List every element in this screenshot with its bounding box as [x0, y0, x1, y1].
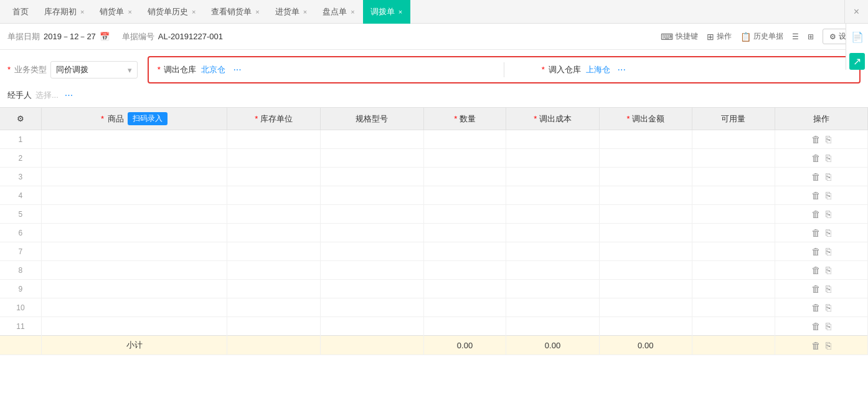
- copy-row-button[interactable]: ⎘: [826, 134, 831, 145]
- goods-cell[interactable]: [41, 168, 227, 186]
- delete-row-button[interactable]: 🗑: [811, 190, 821, 201]
- goods-cell[interactable]: [41, 261, 227, 280]
- tab-view-sales-close[interactable]: ×: [255, 8, 259, 16]
- copy-row-button[interactable]: ⎘: [826, 190, 831, 201]
- subtotal-delete-button[interactable]: 🗑: [811, 340, 821, 351]
- amount-cell[interactable]: [599, 149, 692, 168]
- amount-cell[interactable]: [599, 261, 692, 280]
- qty-cell[interactable]: [423, 317, 506, 336]
- qty-cell[interactable]: [423, 149, 506, 168]
- tab-sales-history[interactable]: 销货单历史 ×: [140, 0, 204, 24]
- cost-cell[interactable]: [506, 186, 599, 205]
- delete-row-button[interactable]: 🗑: [811, 302, 821, 313]
- out-warehouse-value[interactable]: 北京仓: [201, 64, 225, 75]
- goods-cell[interactable]: [41, 317, 227, 336]
- amount-cell[interactable]: [599, 205, 692, 224]
- delete-row-button[interactable]: 🗑: [811, 209, 821, 219]
- cost-cell[interactable]: [506, 298, 599, 317]
- copy-row-button[interactable]: ⎘: [826, 171, 831, 182]
- layout1-button[interactable]: ☰: [792, 32, 799, 41]
- delete-row-button[interactable]: 🗑: [811, 134, 821, 145]
- goods-cell[interactable]: [41, 186, 227, 205]
- delete-row-button[interactable]: 🗑: [811, 321, 821, 331]
- tab-purchase-order-close[interactable]: ×: [303, 8, 307, 16]
- agent-select[interactable]: 选择...: [35, 90, 59, 101]
- tab-sales-order[interactable]: 销货单 ×: [92, 0, 139, 24]
- copy-row-button[interactable]: ⎘: [826, 153, 831, 163]
- delete-row-button[interactable]: 🗑: [811, 171, 821, 182]
- amount-cell[interactable]: [599, 298, 692, 317]
- agent-more-icon[interactable]: ···: [65, 90, 73, 101]
- cost-cell[interactable]: [506, 205, 599, 224]
- copy-row-button[interactable]: ⎘: [826, 302, 831, 313]
- qty-cell[interactable]: [423, 205, 506, 224]
- qty-cell[interactable]: [423, 261, 506, 280]
- date-value[interactable]: 2019－12－27: [44, 31, 96, 42]
- goods-cell[interactable]: [41, 298, 227, 317]
- layout2-button[interactable]: ⊞: [808, 32, 814, 41]
- amount-cell[interactable]: [599, 317, 692, 336]
- cost-cell[interactable]: [506, 224, 599, 242]
- cost-cell[interactable]: [506, 261, 599, 280]
- copy-row-button[interactable]: ⎘: [826, 265, 831, 275]
- tab-inventory-init[interactable]: 库存期初 ×: [37, 0, 92, 24]
- delete-row-button[interactable]: 🗑: [811, 283, 821, 294]
- copy-row-button[interactable]: ⎘: [826, 227, 831, 238]
- qty-cell[interactable]: [423, 280, 506, 298]
- tab-sales-order-close[interactable]: ×: [128, 8, 131, 16]
- history-button[interactable]: 📋 历史单据: [740, 31, 783, 42]
- amount-cell[interactable]: [599, 168, 692, 186]
- cost-cell[interactable]: [506, 168, 599, 186]
- cost-cell[interactable]: [506, 149, 599, 168]
- shortcuts-button[interactable]: ⌨ 快捷键: [661, 31, 698, 42]
- goods-cell[interactable]: [41, 224, 227, 242]
- delete-row-button[interactable]: 🗑: [811, 153, 821, 163]
- qty-cell[interactable]: [423, 224, 506, 242]
- qty-cell[interactable]: [423, 168, 506, 186]
- goods-cell[interactable]: [41, 242, 227, 261]
- doc-panel-icon[interactable]: 📄: [849, 29, 866, 45]
- cost-cell[interactable]: [506, 280, 599, 298]
- out-warehouse-more-icon[interactable]: ···: [233, 64, 241, 75]
- qty-cell[interactable]: [423, 298, 506, 317]
- in-warehouse-value[interactable]: 上海仓: [586, 64, 610, 75]
- copy-row-button[interactable]: ⎘: [826, 246, 831, 257]
- subtotal-copy-button[interactable]: ⎘: [826, 340, 831, 351]
- copy-row-button[interactable]: ⎘: [826, 321, 831, 331]
- qty-cell[interactable]: [423, 186, 506, 205]
- export-panel-icon[interactable]: ↗: [849, 53, 865, 70]
- tab-transfer[interactable]: 调拨单 ×: [363, 0, 410, 24]
- window-close-button[interactable]: ×: [844, 0, 868, 24]
- amount-cell[interactable]: [599, 186, 692, 205]
- tab-home[interactable]: 首页: [5, 0, 37, 24]
- business-type-select[interactable]: 同价调拨 ▾: [50, 61, 138, 79]
- cost-cell[interactable]: [506, 242, 599, 261]
- col-settings-header[interactable]: ⚙: [0, 108, 41, 130]
- amount-cell[interactable]: [599, 242, 692, 261]
- tab-purchase-order[interactable]: 进货单 ×: [268, 0, 315, 24]
- delete-row-button[interactable]: 🗑: [811, 246, 821, 257]
- in-warehouse-more-icon[interactable]: ···: [618, 64, 626, 75]
- qty-cell[interactable]: [423, 130, 506, 149]
- copy-row-button[interactable]: ⎘: [826, 209, 831, 219]
- amount-cell[interactable]: [599, 130, 692, 149]
- amount-cell[interactable]: [599, 224, 692, 242]
- qty-cell[interactable]: [423, 242, 506, 261]
- goods-cell[interactable]: [41, 205, 227, 224]
- amount-cell[interactable]: [599, 280, 692, 298]
- tab-transfer-close[interactable]: ×: [399, 8, 402, 16]
- tab-sales-history-close[interactable]: ×: [192, 8, 196, 16]
- copy-row-button[interactable]: ⎘: [826, 283, 831, 294]
- goods-cell[interactable]: [41, 149, 227, 168]
- cost-cell[interactable]: [506, 317, 599, 336]
- tab-inventory-check-close[interactable]: ×: [351, 8, 354, 16]
- tab-inventory-init-close[interactable]: ×: [80, 8, 84, 16]
- tab-inventory-check[interactable]: 盘点单 ×: [315, 0, 362, 24]
- tab-view-sales[interactable]: 查看销货单 ×: [204, 0, 267, 24]
- delete-row-button[interactable]: 🗑: [811, 265, 821, 275]
- goods-cell[interactable]: [41, 130, 227, 149]
- scan-input-button[interactable]: 扫码录入: [128, 112, 167, 125]
- goods-cell[interactable]: [41, 280, 227, 298]
- calendar-icon[interactable]: 📅: [100, 32, 110, 41]
- operations-button[interactable]: ⊞ 操作: [707, 31, 732, 42]
